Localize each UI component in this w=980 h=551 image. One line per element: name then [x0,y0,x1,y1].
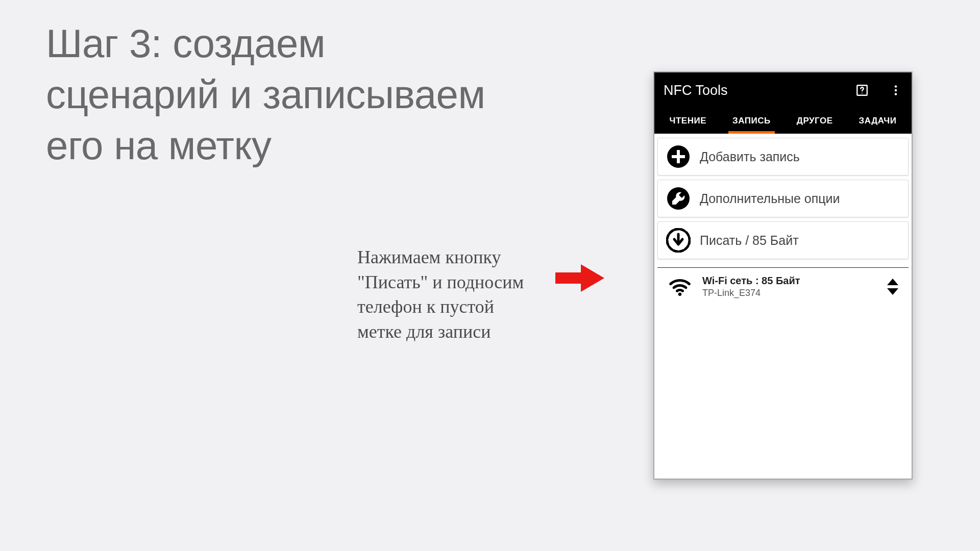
svg-point-3 [895,89,897,92]
record-row-wifi[interactable]: Wi-Fi сеть : 85 Байт TP-Link_E374 [657,268,909,306]
plus-circle-icon [666,144,691,169]
instruction-text: Нажимаем кнопку "Писать" и подносим теле… [357,245,541,344]
add-record-label: Добавить запись [700,149,800,164]
tab-read[interactable]: ЧТЕНИЕ [667,108,710,134]
record-title: Wi-Fi сеть : 85 Байт [702,275,886,287]
more-options-label: Дополнительные опции [700,191,840,206]
slide-heading: Шаг 3: создаем сценарий и записываем его… [46,18,505,171]
svg-rect-7 [672,155,685,158]
app-bar: NFC Tools [654,72,912,108]
tab-other[interactable]: ДРУГОЕ [794,108,836,134]
tab-bar: ЧТЕНИЕ ЗАПИСЬ ДРУГОЕ ЗАДАЧИ [654,108,912,134]
wrench-circle-icon [666,186,691,211]
overflow-menu-icon[interactable] [889,84,902,97]
svg-point-4 [895,93,897,95]
app-bar-actions [855,84,902,97]
help-icon[interactable] [855,84,869,97]
write-button[interactable]: Писать / 85 Байт [657,221,909,259]
tab-write[interactable]: ЗАПИСЬ [729,108,774,134]
write-label: Писать / 85 Байт [700,233,799,248]
download-circle-icon [666,228,691,253]
sort-handle-icon[interactable] [886,278,899,296]
arrow-right-icon [551,260,607,296]
content-area: Добавить запись Дополнительные опции Пис… [654,134,912,479]
record-text: Wi-Fi сеть : 85 Байт TP-Link_E374 [702,275,886,298]
svg-point-2 [895,85,897,88]
tab-tasks[interactable]: ЗАДАЧИ [856,108,900,134]
svg-point-1 [862,93,863,94]
svg-point-10 [678,292,681,295]
phone-screenshot: NFC Tools ЧТЕНИЕ ЗАПИСЬ ДРУГОЕ ЗАДАЧИ [653,71,913,480]
wifi-icon [669,276,691,298]
app-title: NFC Tools [664,83,728,98]
add-record-button[interactable]: Добавить запись [657,138,909,176]
record-subtitle: TP-Link_E374 [702,288,886,298]
more-options-button[interactable]: Дополнительные опции [657,180,909,217]
